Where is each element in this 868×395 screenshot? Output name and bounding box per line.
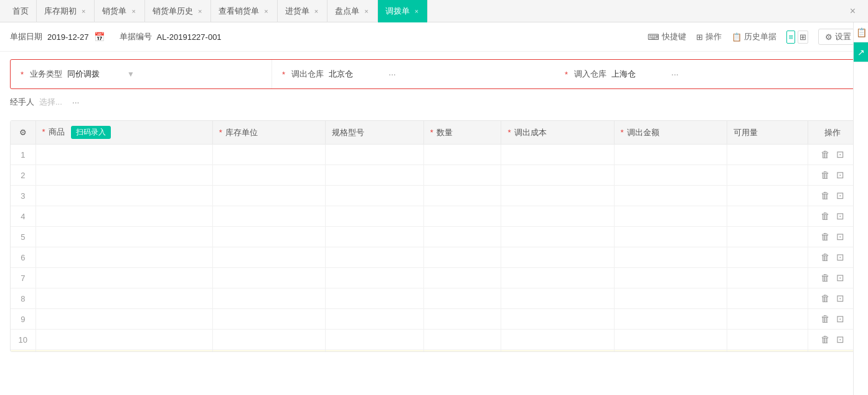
col-settings-header[interactable]: ⚙ [11, 121, 35, 145]
unit-cell[interactable] [212, 186, 325, 206]
sidebar-expand-icon[interactable]: ↗ [854, 42, 868, 62]
cost-cell[interactable] [501, 227, 614, 247]
tab-sales-history[interactable]: 销货单历史 × [145, 0, 211, 22]
delete-row-icon[interactable]: 🗑 [821, 169, 830, 180]
product-cell[interactable] [35, 330, 212, 350]
copy-row-icon[interactable]: ⊡ [836, 252, 844, 262]
spec-cell[interactable] [325, 186, 423, 206]
spec-cell[interactable] [325, 268, 423, 288]
tab-view-sales[interactable]: 查看销货单 × [211, 0, 277, 22]
tab-sales-order[interactable]: 销货单 × [95, 0, 144, 22]
copy-row-icon[interactable]: ⊡ [836, 272, 844, 283]
qty-cell[interactable] [423, 165, 501, 186]
sidebar-list-icon[interactable]: 📋 [854, 22, 868, 42]
product-cell[interactable] [35, 227, 212, 247]
amount-cell[interactable] [614, 309, 727, 330]
available-cell[interactable] [727, 268, 808, 288]
amount-cell[interactable] [614, 186, 727, 206]
unit-cell[interactable] [212, 145, 325, 165]
unit-cell[interactable] [212, 309, 325, 330]
available-cell[interactable] [727, 247, 808, 268]
amount-cell[interactable] [614, 165, 727, 186]
copy-row-icon[interactable]: ⊡ [836, 149, 844, 159]
qty-cell[interactable] [423, 288, 501, 309]
delete-row-icon[interactable]: 🗑 [821, 313, 830, 324]
tab-sales-history-close[interactable]: × [197, 7, 203, 15]
cost-cell[interactable] [501, 288, 614, 309]
delete-row-icon[interactable]: 🗑 [821, 149, 830, 159]
tab-purchase-order[interactable]: 进货单 × [278, 0, 328, 22]
available-cell[interactable] [727, 165, 808, 186]
tab-transfer[interactable]: 调拨单 × [378, 0, 428, 22]
tab-sales-order-close[interactable]: × [130, 7, 136, 15]
tab-transfer-close[interactable]: × [413, 7, 420, 15]
grid-view-icon[interactable]: ⊞ [798, 31, 808, 44]
product-cell[interactable] [35, 288, 212, 309]
product-cell[interactable] [35, 268, 212, 288]
shortcut-button[interactable]: ⌨ 快捷键 [648, 31, 686, 42]
product-cell[interactable] [35, 309, 212, 330]
spec-cell[interactable] [325, 206, 423, 227]
available-cell[interactable] [727, 186, 808, 206]
product-cell[interactable] [35, 206, 212, 227]
copy-row-icon[interactable]: ⊡ [836, 231, 844, 242]
spec-cell[interactable] [325, 288, 423, 309]
qty-cell[interactable] [423, 309, 501, 330]
tab-inventory-init[interactable]: 库存期初 × [37, 0, 95, 22]
qty-cell[interactable] [423, 330, 501, 350]
available-cell[interactable] [727, 227, 808, 247]
available-cell[interactable] [727, 309, 808, 330]
setting-button[interactable]: ⚙ 设置 [818, 29, 858, 45]
product-cell[interactable] [35, 186, 212, 206]
copy-row-icon[interactable]: ⊡ [836, 211, 844, 221]
spec-cell[interactable] [325, 330, 423, 350]
product-cell[interactable] [35, 165, 212, 186]
tab-purchase-order-close[interactable]: × [313, 7, 319, 15]
unit-cell[interactable] [212, 268, 325, 288]
delete-row-icon[interactable]: 🗑 [821, 272, 830, 283]
unit-cell[interactable] [212, 288, 325, 309]
qty-cell[interactable] [423, 268, 501, 288]
amount-cell[interactable] [614, 227, 727, 247]
out-warehouse-value[interactable]: 北京仓 [329, 69, 379, 80]
copy-row-icon[interactable]: ⊡ [836, 169, 844, 180]
cost-cell[interactable] [501, 206, 614, 227]
amount-cell[interactable] [614, 247, 727, 268]
in-warehouse-more-icon[interactable]: ··· [671, 69, 679, 79]
copy-row-icon[interactable]: ⊡ [836, 313, 844, 324]
calendar-icon[interactable]: 📅 [94, 32, 105, 42]
business-type-dropdown-icon[interactable]: ▼ [127, 70, 134, 79]
cost-cell[interactable] [501, 165, 614, 186]
scan-button[interactable]: 扫码录入 [71, 126, 111, 139]
unit-cell[interactable] [212, 206, 325, 227]
qty-cell[interactable] [423, 186, 501, 206]
list-view-icon[interactable]: ≡ [786, 31, 795, 44]
copy-row-icon[interactable]: ⊡ [836, 334, 844, 345]
delete-row-icon[interactable]: 🗑 [821, 211, 830, 221]
out-warehouse-more-icon[interactable]: ··· [389, 69, 396, 79]
unit-cell[interactable] [212, 165, 325, 186]
unit-cell[interactable] [212, 227, 325, 247]
unit-cell[interactable] [212, 247, 325, 268]
qty-cell[interactable] [423, 206, 501, 227]
cost-cell[interactable] [501, 309, 614, 330]
unit-cell[interactable] [212, 330, 325, 350]
delete-row-icon[interactable]: 🗑 [821, 231, 830, 242]
spec-cell[interactable] [325, 309, 423, 330]
product-cell[interactable] [35, 247, 212, 268]
copy-row-icon[interactable]: ⊡ [836, 190, 844, 201]
tab-home[interactable]: 首页 [5, 0, 37, 22]
handler-input[interactable]: 选择... [39, 97, 62, 108]
cost-cell[interactable] [501, 247, 614, 268]
copy-row-icon[interactable]: ⊡ [836, 293, 844, 303]
cost-cell[interactable] [501, 186, 614, 206]
available-cell[interactable] [727, 288, 808, 309]
history-button[interactable]: 📋 历史单据 [732, 31, 776, 42]
amount-cell[interactable] [614, 206, 727, 227]
operations-button[interactable]: ⊞ 操作 [696, 31, 722, 42]
tab-inventory-init-close[interactable]: × [80, 7, 87, 15]
available-cell[interactable] [727, 330, 808, 350]
amount-cell[interactable] [614, 268, 727, 288]
cost-cell[interactable] [501, 145, 614, 165]
delete-row-icon[interactable]: 🗑 [821, 252, 830, 262]
